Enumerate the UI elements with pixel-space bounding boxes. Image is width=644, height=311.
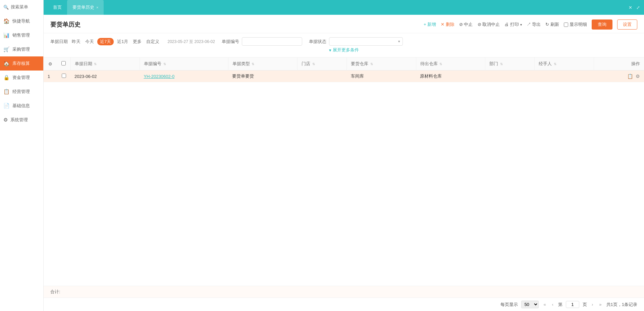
sidebar-item-label: 库存核算 (12, 60, 30, 66)
col-doc-type[interactable]: 单据类型 ⇅ (228, 57, 297, 71)
tab-close-icon[interactable]: × (96, 5, 98, 9)
sidebar-search[interactable]: 🔍 搜索菜单 (0, 0, 43, 14)
sort-req-warehouse-icon: ⇅ (370, 62, 373, 66)
finance-icon: 🔒 (3, 75, 10, 81)
doc-no-input[interactable] (242, 37, 302, 46)
col-doc-date[interactable]: 单据日期 ⇅ (70, 57, 140, 71)
display-toggle-checkbox[interactable] (564, 23, 568, 27)
page-content: 要货单历史 + 新增 ✕ 删除 ⊘ 中止 ⊘ 取消中止 🖨 打印 ▾ ↗ 导出 … (44, 15, 644, 311)
date-today[interactable]: 今天 (84, 38, 95, 45)
sidebar-item-sales[interactable]: 📊 销售管理 (0, 28, 43, 42)
display-toggle[interactable]: 显示明细 (564, 21, 587, 28)
sidebar: 🔍 搜索菜单 🏠 快捷导航 📊 销售管理 🛒 采购管理 🏠 库存核算 🔒 资金管… (0, 0, 44, 311)
search-icon: 🔍 (3, 5, 9, 10)
cancel-stop-button[interactable]: ⊘ 取消中止 (478, 21, 500, 28)
date-yesterday[interactable]: 昨天 (70, 38, 82, 45)
col-pending-warehouse[interactable]: 待出仓库 ⇅ (416, 57, 485, 71)
col-doc-no[interactable]: 单据编号 ⇅ (140, 57, 228, 71)
expand-label: 展开更多条件 (333, 47, 359, 53)
window-resize-icon[interactable]: ⤢ (636, 5, 640, 10)
sidebar-item-system[interactable]: ⚙ 系统管理 (0, 113, 43, 127)
tab-home[interactable]: 首页 (48, 0, 67, 15)
sidebar-item-label: 经营管理 (12, 89, 30, 95)
sidebar-item-purchase[interactable]: 🛒 采购管理 (0, 42, 43, 56)
stop-button[interactable]: ⊘ 中止 (459, 21, 473, 28)
export-button[interactable]: ↗ 导出 (527, 21, 541, 28)
page-label: 第 (558, 302, 562, 308)
sort-doc-no-icon: ⇅ (163, 62, 166, 66)
print-dropdown-icon[interactable]: ▾ (520, 23, 522, 27)
doc-no-filter: 单据编号 (222, 37, 302, 46)
footer-total-label: 合计: (50, 289, 60, 295)
total-info: 共1页，1条记录 (606, 302, 637, 308)
col-handler[interactable]: 经手人 ⇅ (535, 57, 594, 71)
date-last7[interactable]: 近7天 (97, 38, 114, 45)
col-checkbox (57, 57, 70, 71)
doc-no-link[interactable]: YH-20230602-0 (144, 74, 174, 79)
window-close-icon[interactable]: ✕ (629, 5, 632, 10)
sidebar-item-label: 资金管理 (12, 75, 30, 81)
add-button[interactable]: + 新增 (424, 21, 436, 28)
main-area: 首页 要货单历史 × ✕ ⤢ 要货单历史 + 新增 ✕ 删除 ⊘ 中止 ⊘ 取消… (44, 0, 644, 311)
doc-no-label: 单据编号 (222, 39, 239, 45)
date-last-month[interactable]: 近1月 (116, 38, 129, 45)
query-button[interactable]: 查询 (592, 19, 612, 30)
row-more-icon[interactable]: ⚙ (636, 74, 640, 79)
date-range-display: 2023-05-27 至 2023-06-02 (167, 38, 215, 45)
table-row: 1 2023-06-02 YH-20230602-0 要货单要货 车间库 原材料… (44, 71, 644, 82)
page-input[interactable] (566, 301, 579, 308)
settings-button[interactable]: 设置 (617, 19, 637, 30)
data-table: ⚙ 单据日期 ⇅ 单据编号 ⇅ 单据类型 (44, 57, 644, 82)
select-all-checkbox[interactable] (61, 61, 66, 65)
topbar: 首页 要货单历史 × ✕ ⤢ (44, 0, 644, 15)
tab-requisition-history[interactable]: 要货单历史 × (67, 0, 104, 15)
page-suffix: 页 (583, 302, 587, 308)
system-icon: ⚙ (3, 117, 8, 123)
refresh-button[interactable]: ↻ 刷新 (545, 21, 559, 28)
sidebar-item-quick-nav[interactable]: 🏠 快捷导航 (0, 14, 43, 28)
cell-doc-type: 要货单要货 (228, 71, 297, 82)
cell-doc-no[interactable]: YH-20230602-0 (140, 71, 228, 82)
topbar-right: ✕ ⤢ (629, 5, 640, 10)
col-store[interactable]: 门店 ⇅ (298, 57, 347, 71)
status-filter: 单据状态 ▾ (309, 37, 403, 46)
cell-index: 1 (44, 71, 57, 82)
cell-pending-warehouse: 原材料仓库 (416, 71, 485, 82)
page-last-btn[interactable]: » (598, 301, 603, 308)
basic-icon: 📄 (3, 103, 10, 109)
col-department[interactable]: 部门 ⇅ (485, 57, 534, 71)
cell-department (485, 71, 534, 82)
page-title: 要货单历史 (50, 20, 80, 29)
delete-button[interactable]: ✕ 删除 (441, 21, 454, 28)
status-dropdown-icon[interactable]: ▾ (398, 39, 400, 44)
page-prev-btn[interactable]: ‹ (551, 301, 555, 308)
purchase-icon: 🛒 (3, 46, 10, 52)
date-more[interactable]: 更多 (131, 38, 143, 45)
page-first-btn[interactable]: « (542, 301, 547, 308)
sidebar-item-inventory[interactable]: 🏠 库存核算 (0, 56, 43, 71)
date-range-text: 2023-05-27 至 2023-06-02 (167, 39, 215, 45)
date-custom[interactable]: 自定义 (145, 38, 161, 45)
sidebar-item-label: 基础信息 (12, 103, 30, 109)
sidebar-item-label: 采购管理 (12, 46, 30, 52)
cell-store (298, 71, 347, 82)
sidebar-item-operations[interactable]: 📋 经营管理 (0, 85, 43, 99)
display-toggle-label: 显示明细 (570, 21, 587, 28)
per-page-label: 每页显示 (500, 302, 518, 308)
page-next-btn[interactable]: › (590, 301, 594, 308)
expand-more-btn[interactable]: ▾ 展开更多条件 (50, 46, 637, 54)
print-button[interactable]: 🖨 打印 ▾ (504, 21, 522, 28)
table-header-row: ⚙ 单据日期 ⇅ 单据编号 ⇅ 单据类型 (44, 57, 644, 71)
row-checkbox[interactable] (62, 74, 66, 78)
filter-area: 单据日期 昨天 今天 近7天 近1月 更多 自定义 2023-05-27 至 2… (44, 33, 644, 57)
per-page-select[interactable]: 50 10 20 100 (521, 301, 539, 308)
date-filter: 单据日期 昨天 今天 近7天 近1月 更多 自定义 (50, 38, 161, 45)
col-actions: 操作 (594, 57, 644, 71)
sidebar-item-basic[interactable]: 📄 基础信息 (0, 99, 43, 113)
sidebar-item-finance[interactable]: 🔒 资金管理 (0, 71, 43, 85)
col-req-warehouse[interactable]: 要货仓库 ⇅ (347, 57, 416, 71)
date-shortcuts: 昨天 今天 近7天 近1月 更多 自定义 (70, 38, 161, 45)
row-edit-icon[interactable]: 📋 (627, 74, 633, 79)
status-input[interactable] (329, 37, 403, 46)
col-settings[interactable]: ⚙ (44, 57, 57, 71)
